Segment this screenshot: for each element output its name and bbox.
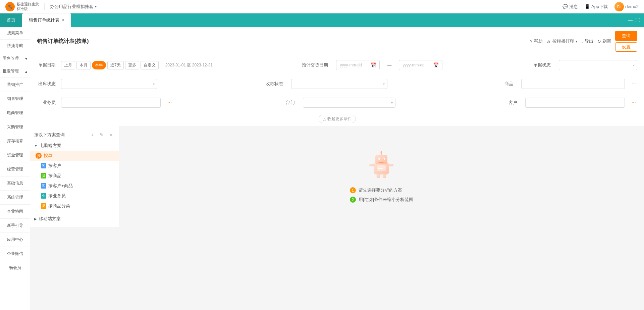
- logo-text: 畅捷通好生意 标准版: [17, 2, 39, 11]
- tree-expand-icon: ▼: [34, 144, 38, 148]
- right-content: 1 请先选择要分析的方案 2 用[过滤]条件来缩小分析范围: [119, 126, 644, 227]
- user-menu[interactable]: Ea demo2: [614, 2, 639, 11]
- tree-item-by-cust-goods[interactable]: 客 按客户+商品: [30, 181, 119, 191]
- top-bar: 🐾 畅捷通好生意 标准版 办公用品行业模拟账套 ▾ 💬 消息 📱 App下载 E…: [0, 0, 644, 13]
- help-icon: ?: [530, 39, 532, 44]
- sidebar-item-newguide[interactable]: 新手引导: [0, 219, 30, 233]
- collapse-left-button[interactable]: «: [107, 131, 115, 139]
- content-body: 按以下方案查询 + ✎ « ▼ 电脑端方案 按 按单: [30, 126, 644, 227]
- print-chevron-icon: ▾: [576, 40, 577, 43]
- sidebar-item-marketing[interactable]: 营销推广: [0, 78, 30, 92]
- message-button[interactable]: 💬 消息: [562, 4, 578, 10]
- svg-rect-8: [369, 164, 374, 166]
- mobile-expand-icon: ▶: [34, 217, 37, 221]
- sidebar-item-wholesale[interactable]: 批发管理 ▴: [0, 65, 30, 78]
- date-start-input[interactable]: yyyy-mm-dd 📅: [336, 60, 380, 70]
- empty-hint-2: 2 用[过滤]条件来缩小分析范围: [350, 197, 413, 203]
- hint-num-1: 1: [350, 187, 356, 193]
- refresh-icon: ↻: [597, 39, 601, 44]
- tree-item-by-category[interactable]: 类 按商品分类: [30, 201, 119, 211]
- edit-scheme-button[interactable]: ✎: [98, 131, 105, 139]
- message-icon: 💬: [562, 4, 568, 9]
- minimize-icon[interactable]: —: [628, 17, 633, 23]
- tree-item-by-order[interactable]: 按 按单: [30, 151, 119, 161]
- date-label: 单据日期: [37, 62, 56, 68]
- svg-rect-11: [383, 174, 386, 178]
- goods-more-icon[interactable]: ···: [630, 81, 637, 87]
- goods-input[interactable]: [521, 79, 625, 89]
- department-select[interactable]: [303, 98, 395, 108]
- delivery-select[interactable]: [61, 79, 157, 89]
- customer-more-icon[interactable]: ···: [630, 100, 637, 106]
- payment-label: 收款状态: [264, 81, 283, 87]
- tree-item-by-goods[interactable]: 货 按商品: [30, 171, 119, 181]
- download-button[interactable]: 📱 App下载: [585, 4, 608, 10]
- payment-select[interactable]: [291, 79, 387, 89]
- tab-home[interactable]: 首页: [0, 13, 22, 27]
- sidebar-item-search[interactable]: 搜索菜单: [0, 27, 30, 40]
- logo-area: 🐾 畅捷通好生意 标准版: [5, 2, 39, 11]
- sidebar-item-appcenter[interactable]: 应用中心: [0, 233, 30, 247]
- page-title: 销售订单统计表(按单): [37, 38, 89, 45]
- sidebar-item-quicknav[interactable]: 快捷导航: [0, 40, 30, 52]
- empty-hint-1: 1 请先选择要分析的方案: [350, 187, 413, 193]
- date-buttons: 上月 本月 本年 近7天 更多 自定义: [61, 61, 159, 69]
- btn-more[interactable]: 更多: [125, 61, 139, 69]
- sidebar-item-ecommerce[interactable]: 电商管理: [0, 106, 30, 120]
- tab-close-icon[interactable]: ×: [62, 18, 64, 22]
- app-selector[interactable]: 办公用品行业模拟账套 ▾: [50, 4, 97, 10]
- collapse-button[interactable]: △ 收起更多条件: [319, 115, 356, 123]
- export-button[interactable]: ↓ 导出: [581, 38, 594, 44]
- sidebar-item-finance[interactable]: 资金管理: [0, 148, 30, 162]
- empty-hints: 1 请先选择要分析的方案 2 用[过滤]条件来缩小分析范围: [350, 187, 413, 203]
- status-select-wrapper: ▾: [559, 60, 637, 70]
- sidebar-item-basic[interactable]: 基础信息: [0, 176, 30, 191]
- date-end-input[interactable]: yyyy-mm-dd 📅: [399, 60, 442, 70]
- salesman-input[interactable]: [61, 98, 161, 108]
- maximize-icon[interactable]: ⛶: [635, 17, 640, 23]
- query-button[interactable]: 查询: [615, 31, 637, 41]
- chevron-down-icon: ▾: [95, 5, 97, 8]
- sidebar-item-wechat[interactable]: 企业微信: [0, 247, 30, 261]
- btn-last-month[interactable]: 上月: [61, 61, 75, 69]
- svg-point-4: [378, 158, 380, 160]
- empty-illustration: [366, 150, 396, 180]
- refresh-button[interactable]: ↻ 刷新: [597, 38, 611, 44]
- btn-this-month[interactable]: 本月: [76, 61, 91, 69]
- sidebar-item-purchase[interactable]: 采购管理: [0, 120, 30, 134]
- delivery-select-wrapper: ▾: [61, 79, 157, 89]
- btn-this-year[interactable]: 本年: [92, 61, 106, 69]
- order-icon: 按: [36, 153, 42, 159]
- expected-date-label: 预计交货日期: [302, 62, 328, 68]
- help-button[interactable]: ? 帮助: [530, 38, 542, 44]
- top-bar-right: 💬 消息 📱 App下载 Ea demo2: [562, 2, 639, 11]
- sidebar-item-inventory[interactable]: 库存核算: [0, 134, 30, 148]
- sidebar-item-system[interactable]: 系统管理: [0, 191, 30, 205]
- sidebar-item-retail[interactable]: 零售管理 ▾: [0, 52, 30, 65]
- tab-active[interactable]: 销售订单统计表 ×: [22, 13, 71, 27]
- department-select-wrapper: ▾: [303, 98, 395, 108]
- sidebar-item-operations[interactable]: 经营管理: [0, 162, 30, 176]
- sidebar-item-enterprise[interactable]: 企业协同: [0, 205, 30, 219]
- svg-point-5: [383, 158, 385, 160]
- filter-row-1: 单据日期 上月 本月 本年 近7天 更多 自定义 2023-01-01 至 20…: [37, 60, 637, 70]
- avatar: Ea: [614, 2, 624, 11]
- sidebar-item-sales[interactable]: 销售管理: [0, 92, 30, 106]
- salesman-label: 业务员: [37, 100, 56, 106]
- svg-rect-9: [389, 164, 393, 166]
- sidebar-item-member[interactable]: 畅会员: [0, 261, 30, 275]
- print-button[interactable]: 🖨 按模板打印 ▾: [547, 38, 577, 44]
- customer-input[interactable]: [525, 98, 625, 108]
- collapse-bar[interactable]: △ 收起更多条件: [30, 112, 644, 126]
- status-select[interactable]: [559, 60, 637, 70]
- filter-row-3: 业务员 ··· 部门 ▾ 客户 ···: [37, 98, 637, 108]
- custgoods-icon: 客: [41, 183, 46, 189]
- add-scheme-button[interactable]: +: [89, 131, 96, 139]
- btn-custom[interactable]: 自定义: [141, 61, 159, 69]
- tree-item-by-customer[interactable]: 客 按客户: [30, 161, 119, 171]
- tree-item-by-salesman[interactable]: 业 按业务员: [30, 191, 119, 201]
- salesman-more-icon[interactable]: ···: [166, 100, 173, 106]
- settings-button[interactable]: 设置: [615, 42, 637, 52]
- chevron-up-icon: ▴: [25, 69, 27, 74]
- btn-7days[interactable]: 近7天: [107, 61, 124, 69]
